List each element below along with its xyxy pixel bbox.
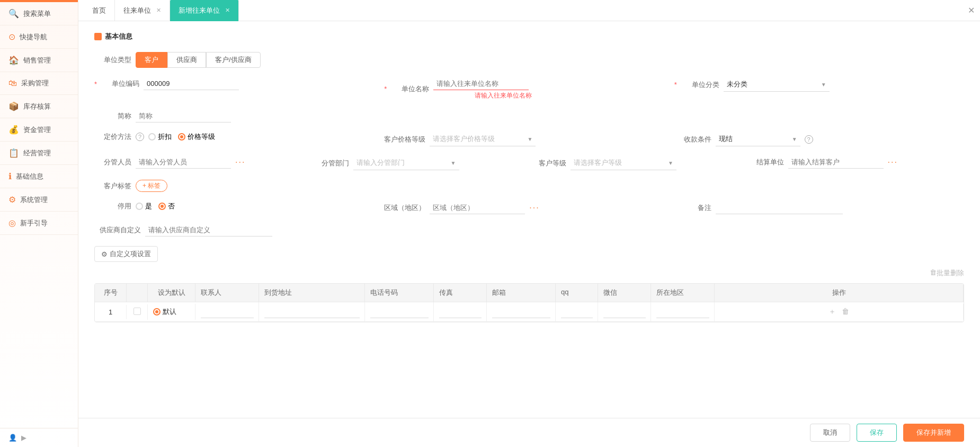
unit-code-input[interactable]: [144, 77, 239, 90]
unit-category-select[interactable]: 未分类 ▼: [724, 77, 830, 92]
pricing-grade-label: 价格等级: [188, 132, 215, 142]
remark-input[interactable]: [716, 201, 843, 214]
tab-unit-list[interactable]: 往来单位 ✕: [115, 0, 170, 21]
region-input[interactable]: [430, 201, 525, 214]
payment-terms-value: 现结: [719, 134, 790, 144]
sidebar-item-sales[interactable]: 🏠 销售管理: [0, 49, 78, 72]
purchase-icon: 🛍: [8, 78, 17, 88]
contact-input-1[interactable]: [201, 305, 254, 318]
qq-input-1[interactable]: [561, 305, 593, 318]
default-radio-circle-1: [153, 308, 161, 315]
td-check-1: [127, 304, 148, 320]
td-contact-1: [195, 302, 259, 321]
unit-type-row: 单位类型 客户 供应商 客户/供应商: [94, 52, 964, 68]
settlement-input[interactable]: [788, 156, 884, 169]
supplier-custom-row: 供应商自定义: [94, 224, 964, 236]
sidebar-quicknav-label: 快捷导航: [20, 32, 47, 42]
save-button[interactable]: 保存: [857, 424, 897, 442]
tab-home-label: 首页: [92, 6, 106, 15]
unit-type-both[interactable]: 客户/供应商: [206, 52, 261, 68]
bottom-action-bar: 取消 保存 保存并新增: [78, 418, 980, 447]
unit-name-error-wrap: 请输入往来单位名称: [433, 77, 532, 100]
manager-more-btn[interactable]: ···: [235, 157, 245, 167]
td-phone-1: [365, 302, 434, 321]
payment-help-icon[interactable]: ?: [805, 135, 813, 144]
disable-yes-circle: [136, 203, 143, 210]
add-tag-button[interactable]: + 标签: [136, 180, 167, 192]
section-title-text: 基本信息: [105, 32, 132, 41]
row-checkbox-1[interactable]: [133, 308, 141, 315]
disable-region-row: 停用 是 否 区域（地区） ··· 备注: [94, 201, 964, 214]
short-name-row: 简称: [94, 110, 964, 122]
unit-type-group: 客户 供应商 客户/供应商: [136, 52, 261, 68]
supplier-custom-input[interactable]: [145, 224, 272, 236]
phone-input-1[interactable]: [370, 305, 429, 318]
sidebar-item-basicinfo[interactable]: ℹ 基础信息: [0, 165, 78, 188]
weixin-input-1[interactable]: [603, 305, 646, 318]
tab-new-unit-close[interactable]: ✕: [225, 7, 230, 14]
delete-row-icon[interactable]: 🗑: [842, 307, 849, 315]
customer-level-label: 客户等级: [529, 159, 566, 168]
sidebar-item-finance[interactable]: 💰 资金管理: [0, 118, 78, 142]
th-action: 操作: [715, 284, 964, 302]
tab-unit-list-close[interactable]: ✕: [156, 7, 161, 14]
manager-input[interactable]: [136, 156, 231, 169]
sidebar-system-label: 系统管理: [20, 195, 48, 205]
customer-level-select[interactable]: 请选择客户等级 ▼: [571, 156, 676, 170]
disable-no-radio[interactable]: 否: [158, 201, 175, 211]
th-region: 所在地区: [651, 284, 715, 302]
tab-new-unit[interactable]: 新增往来单位 ✕: [170, 0, 239, 21]
default-radio-1[interactable]: 默认: [153, 307, 190, 317]
disable-field: 停用 是 否: [94, 201, 384, 211]
batch-delete-btn[interactable]: 🗑 批量删除: [94, 268, 964, 278]
region-table-input-1[interactable]: [656, 305, 709, 318]
tab-unit-list-label: 往来单位: [123, 6, 151, 15]
fax-input-1[interactable]: [439, 305, 482, 318]
sidebar-item-quick-nav[interactable]: ⊙ 快捷导航: [0, 25, 78, 49]
unit-name-required: *: [384, 85, 387, 93]
unit-name-input[interactable]: [433, 77, 529, 90]
payment-terms-select[interactable]: 现结 ▼: [716, 132, 800, 146]
sidebar-item-search[interactable]: 🔍 搜索菜单: [0, 2, 78, 25]
unit-type-customer[interactable]: 客户: [136, 52, 167, 68]
th-fax: 传真: [434, 284, 487, 302]
unit-type-field: 单位类型 客户 供应商 客户/供应商: [94, 52, 964, 68]
custom-settings-btn[interactable]: ⚙ 自定义项设置: [94, 246, 158, 262]
email-input-1[interactable]: [492, 305, 550, 318]
th-check: [127, 284, 148, 302]
th-default: 设为默认: [148, 284, 195, 302]
tab-bar-close-all[interactable]: ✕: [968, 5, 975, 15]
sidebar: 🔍 搜索菜单 ⊙ 快捷导航 🏠 销售管理 🛍 采购管理 📦 库存核算 💰 资金管…: [0, 0, 78, 447]
sidebar-guide-label: 新手引导: [20, 218, 48, 228]
region-more-btn[interactable]: ···: [529, 203, 539, 213]
unit-code-label: 单位编码: [102, 79, 139, 89]
sidebar-item-guide[interactable]: ◎ 新手引导: [0, 212, 78, 235]
sidebar-item-inventory[interactable]: 📦 库存核算: [0, 95, 78, 118]
supplier-custom-label: 供应商自定义: [94, 225, 141, 235]
unit-cat-required: *: [674, 81, 677, 89]
tab-home[interactable]: 首页: [84, 0, 115, 21]
sidebar-sales-label: 销售管理: [23, 56, 51, 65]
unit-code-field: * 单位编码: [94, 77, 384, 90]
sidebar-item-system[interactable]: ⚙ 系统管理: [0, 188, 78, 212]
cancel-button[interactable]: 取消: [810, 424, 850, 442]
pricing-grade-radio[interactable]: 价格等级: [178, 132, 215, 142]
save-and-new-button[interactable]: 保存并新增: [903, 424, 964, 442]
sidebar-item-operations[interactable]: 📋 经营管理: [0, 142, 78, 165]
short-name-input[interactable]: [136, 110, 231, 122]
address-input-1[interactable]: [264, 305, 360, 318]
pricing-radio-group: 折扣 价格等级: [148, 132, 215, 142]
settlement-more-btn[interactable]: ···: [888, 157, 898, 167]
inventory-icon: 📦: [8, 101, 19, 111]
finance-icon: 💰: [8, 125, 19, 135]
unit-type-supplier[interactable]: 供应商: [167, 52, 206, 68]
add-row-icon[interactable]: ＋: [828, 307, 836, 315]
customer-price-select[interactable]: 请选择客户价格等级 ▼: [430, 132, 536, 146]
unit-name-label: 单位名称: [392, 84, 429, 94]
pricing-help-icon[interactable]: ?: [136, 133, 144, 141]
sidebar-inventory-label: 库存核算: [23, 102, 51, 111]
disable-yes-radio[interactable]: 是: [136, 201, 152, 211]
sidebar-item-purchase[interactable]: 🛍 采购管理: [0, 72, 78, 95]
dept-select[interactable]: 请输入分管部门 ▼: [353, 156, 459, 170]
pricing-discount-radio[interactable]: 折扣: [148, 132, 172, 142]
